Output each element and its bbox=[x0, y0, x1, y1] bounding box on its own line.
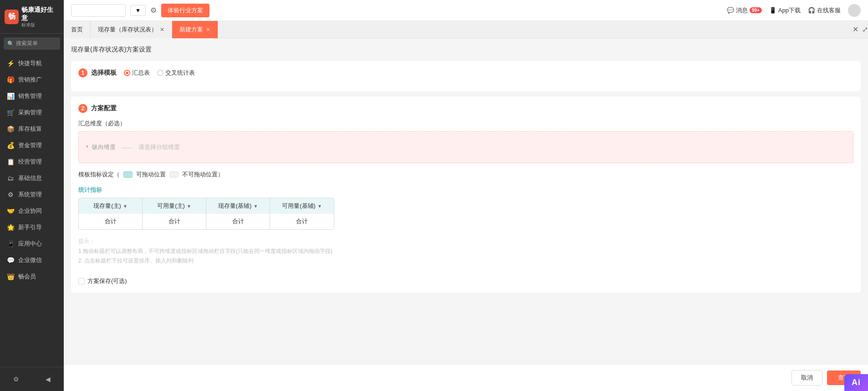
stats-body-1: 合计 bbox=[143, 214, 206, 229]
not-draggable-indicator bbox=[169, 171, 179, 178]
sidebar-item-quicknav[interactable]: ⚡ 快捷导航 bbox=[0, 55, 64, 72]
dropdown-btn[interactable]: ▼ bbox=[130, 5, 146, 16]
top-bar: ▼ ⚙ 体验行业方案 💬 消息 99+ 📱 App下载 🎧 在线客服 bbox=[64, 0, 868, 21]
tab-home[interactable]: 首页 bbox=[64, 21, 91, 38]
save-option: 方案保存(可选) bbox=[78, 277, 853, 285]
gear-btn[interactable]: ⚙ bbox=[150, 6, 157, 15]
save-option-label: 方案保存(可选) bbox=[87, 277, 127, 285]
content-area: 现存量(库存状况表)方案设置 1 选择模板 汇总表 交叉统计表 bbox=[64, 38, 868, 364]
window-maximize-btn[interactable]: ⤢ bbox=[862, 25, 868, 34]
section2-header: 2 方案配置 bbox=[78, 104, 853, 113]
footer-bar: 取消 查询 bbox=[64, 364, 868, 391]
sidebar-item-finance[interactable]: 💰 资金管理 bbox=[0, 137, 64, 154]
section1-header: 1 选择模板 汇总表 交叉统计表 bbox=[78, 68, 853, 77]
tab-inventory-close-btn[interactable]: ✕ bbox=[160, 26, 164, 33]
col0-chevron: ▼ bbox=[123, 204, 128, 209]
radio-cross-dot bbox=[157, 70, 163, 76]
system-icon: ⚙ bbox=[6, 190, 15, 199]
sidebar-item-operations[interactable]: 📋 经营管理 bbox=[0, 154, 64, 170]
settings-footer-icon: ⚙ bbox=[13, 376, 19, 383]
main-area: ▼ ⚙ 体验行业方案 💬 消息 99+ 📱 App下载 🎧 在线客服 首页 bbox=[64, 0, 868, 391]
sidebar-item-marketing[interactable]: 🎁 营销推广 bbox=[0, 72, 64, 88]
settings-footer-btn[interactable]: ⚙ bbox=[9, 372, 23, 386]
section2-title: 方案配置 bbox=[91, 104, 117, 113]
top-bar-right: 💬 消息 99+ 📱 App下载 🎧 在线客服 bbox=[727, 4, 861, 17]
user-avatar[interactable] bbox=[848, 4, 861, 17]
spacer bbox=[78, 266, 853, 273]
app-download-btn[interactable]: 📱 App下载 bbox=[769, 6, 801, 15]
sidebar-item-purchase[interactable]: 🛒 采购管理 bbox=[0, 104, 64, 121]
dimension-name: 纵向维度 bbox=[92, 143, 116, 151]
search-icon: 🔍 bbox=[7, 41, 14, 47]
ai-float-button[interactable]: Ai bbox=[844, 374, 868, 391]
radio-summary[interactable]: 汇总表 bbox=[124, 69, 150, 77]
radio-cross[interactable]: 交叉统计表 bbox=[157, 69, 195, 77]
messages-badge: 99+ bbox=[750, 7, 762, 13]
sidebar: 畅 畅康通好生意 标准版 🔍 搜索菜单 ⚡ 快捷导航 🎁 营销推广 📊 销售管理… bbox=[0, 0, 64, 391]
online-service-btn[interactable]: 🎧 在线客服 bbox=[808, 6, 841, 15]
stats-body-3: 合计 bbox=[270, 214, 334, 229]
save-checkbox[interactable] bbox=[78, 278, 85, 284]
section-config: 2 方案配置 汇总维度（必选） * 纵向维度 —— 请选择分组维度 模板指标设定… bbox=[71, 97, 861, 293]
stats-col-3[interactable]: 可用量(基辅) ▼ bbox=[270, 198, 334, 214]
tip2: 2. 点击标题栏下拉可设置排序、插入列和删除列 bbox=[78, 257, 194, 264]
sidebar-item-inventory[interactable]: 📦 库存核算 bbox=[0, 121, 64, 137]
sidebar-item-apps[interactable]: 📱 应用中心 bbox=[0, 236, 64, 252]
draggable-indicator bbox=[123, 171, 133, 178]
cancel-button[interactable]: 取消 bbox=[791, 370, 822, 386]
operations-icon: 📋 bbox=[6, 158, 15, 166]
window-close-btn[interactable]: ✕ bbox=[853, 25, 858, 34]
col3-chevron: ▼ bbox=[317, 204, 322, 209]
sidebar-item-basic[interactable]: 🗂 基础信息 bbox=[0, 170, 64, 186]
marketing-icon: 🎁 bbox=[6, 76, 15, 84]
draggable-label: 可拖动位置 bbox=[136, 170, 166, 179]
sidebar-item-system[interactable]: ⚙ 系统管理 bbox=[0, 186, 64, 203]
tips-section: 提示： 1.拖动标题栏可以调整布局，不可跨维度或指标区域拖动栏目字段(只能在同一… bbox=[78, 237, 853, 266]
section2-num: 2 bbox=[78, 104, 87, 113]
dimension-arrow: —— bbox=[121, 144, 133, 151]
sidebar-item-guide[interactable]: 🌟 新手引导 bbox=[0, 219, 64, 236]
top-bar-left: ▼ ⚙ 体验行业方案 bbox=[71, 4, 209, 17]
stats-body-row: 合计 合计 合计 合计 bbox=[79, 214, 334, 229]
not-draggable-label: 不可拖动位置） bbox=[182, 170, 224, 179]
phone-icon: 📱 bbox=[769, 7, 776, 14]
sidebar-item-member[interactable]: 👑 畅会员 bbox=[0, 268, 64, 285]
message-icon: 💬 bbox=[727, 7, 734, 14]
sidebar-item-sales[interactable]: 📊 销售管理 bbox=[0, 88, 64, 104]
tab-new-scheme[interactable]: 新建方案 ✕ bbox=[172, 21, 218, 38]
messages-btn[interactable]: 💬 消息 99+ bbox=[727, 6, 762, 15]
finance-icon: 💰 bbox=[6, 141, 15, 149]
tab-new-scheme-close-btn[interactable]: ✕ bbox=[206, 26, 210, 33]
col1-chevron: ▼ bbox=[187, 204, 191, 209]
experience-btn[interactable]: 体验行业方案 bbox=[161, 4, 209, 17]
collapse-footer-btn[interactable]: ◀ bbox=[41, 372, 55, 386]
page-title: 现存量(库存状况表)方案设置 bbox=[71, 46, 861, 54]
top-search-input[interactable] bbox=[71, 4, 126, 17]
sidebar-item-wechat[interactable]: 💬 企业微信 bbox=[0, 252, 64, 268]
wechat-icon: 💬 bbox=[6, 256, 15, 264]
radio-summary-dot bbox=[124, 70, 130, 76]
sidebar-footer: ⚙ ◀ bbox=[0, 367, 64, 391]
stats-col-1[interactable]: 可用量(主) ▼ bbox=[143, 198, 206, 214]
tab-inventory-status[interactable]: 现存量（库存状况表） ✕ bbox=[91, 21, 172, 38]
stats-body-2: 合计 bbox=[206, 214, 270, 229]
logo-text: 畅康通好生意 标准版 bbox=[21, 5, 59, 28]
sidebar-item-corp[interactable]: 🤝 企业协同 bbox=[0, 203, 64, 219]
stats-table: 现存量(主) ▼ 可用量(主) ▼ 现存量(基辅) ▼ 可用量(基辅) bbox=[78, 198, 334, 230]
logo-icon: 畅 bbox=[5, 10, 19, 24]
stats-title: 统计指标 bbox=[78, 186, 853, 194]
stats-col-2[interactable]: 现存量(基辅) ▼ bbox=[206, 198, 270, 214]
headset-icon: 🎧 bbox=[808, 7, 815, 14]
stats-header-row: 现存量(主) ▼ 可用量(主) ▼ 现存量(基辅) ▼ 可用量(基辅) bbox=[79, 198, 334, 214]
dimension-label: 汇总维度（必选） bbox=[78, 119, 853, 128]
quicknav-icon: ⚡ bbox=[6, 59, 15, 67]
section1-num: 1 bbox=[78, 68, 87, 77]
sidebar-search[interactable]: 🔍 搜索菜单 bbox=[4, 37, 60, 50]
stats-section: 统计指标 现存量(主) ▼ 可用量(主) ▼ 现存量(基辅) bbox=[78, 186, 853, 231]
dimension-placeholder: 请选择分组维度 bbox=[138, 143, 180, 151]
purchase-icon: 🛒 bbox=[6, 108, 15, 117]
tab-bar: 首页 现存量（库存状况表） ✕ 新建方案 ✕ ✕ ⤢ bbox=[64, 21, 868, 38]
stats-col-0[interactable]: 现存量(主) ▼ bbox=[79, 198, 143, 214]
dropdown-icon: ▼ bbox=[135, 7, 141, 14]
dimension-required-area[interactable]: * 纵向维度 —— 请选择分组维度 bbox=[78, 131, 853, 163]
